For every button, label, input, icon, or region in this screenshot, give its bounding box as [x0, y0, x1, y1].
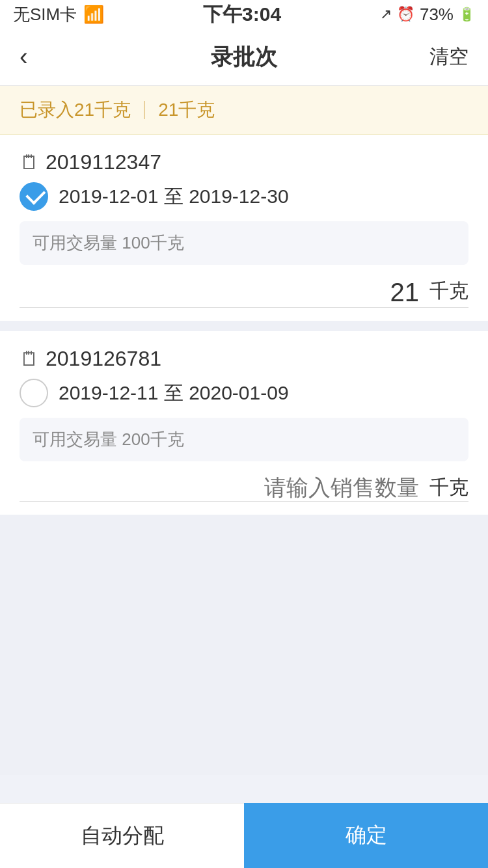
status-bar: 无SIM卡 📶 下午3:04 ↗ ⏰ 73% 🔋	[0, 0, 488, 29]
batch-icon-1: 🗒	[20, 152, 39, 174]
battery-label: 73%	[420, 5, 454, 25]
batch-icon-2: 🗒	[20, 348, 39, 370]
auto-distribute-button[interactable]: 自动分配	[0, 803, 244, 868]
batch2-unit: 千克	[429, 474, 468, 501]
batch2-id: 2019126781	[46, 347, 161, 371]
status-left: 无SIM卡 📶	[13, 3, 104, 26]
info-banner: 已录入21千克 21千克	[0, 86, 488, 135]
location-icon: ↗	[380, 6, 392, 23]
page-title: 录批次	[211, 42, 277, 72]
wifi-icon: 📶	[83, 5, 104, 25]
recorded-label: 已录入21千克	[20, 98, 131, 122]
batch2-quantity-input[interactable]	[224, 475, 419, 500]
batch-item-2: 🗒 2019126781 2019-12-11 至 2020-01-09 可用交…	[0, 331, 488, 515]
batch1-radio[interactable]	[20, 182, 48, 211]
bottom-bar: 自动分配 确定	[0, 803, 488, 868]
batch2-date-row[interactable]: 2019-12-11 至 2020-01-09	[20, 379, 468, 407]
clear-button[interactable]: 清空	[429, 44, 468, 70]
carrier-label: 无SIM卡	[13, 3, 77, 26]
status-right: ↗ ⏰ 73% 🔋	[380, 5, 475, 25]
batch2-id-row: 🗒 2019126781	[20, 347, 468, 371]
batch-item-1: 🗒 2019112347 2019-12-01 至 2019-12-30 可用交…	[0, 135, 488, 321]
section-divider	[0, 321, 488, 331]
recorded-value: 21千克	[158, 98, 215, 122]
batch2-radio[interactable]	[20, 379, 48, 407]
batch1-quantity-value: 21	[390, 278, 420, 307]
batch2-available: 可用交易量 200千克	[20, 418, 468, 461]
batch1-available: 可用交易量 100千克	[20, 221, 468, 265]
alarm-icon: ⏰	[397, 6, 414, 23]
nav-bar: ‹ 录批次 清空	[0, 29, 488, 86]
gray-area	[0, 515, 488, 775]
batch1-date: 2019-12-01 至 2019-12-30	[59, 183, 289, 210]
battery-icon: 🔋	[459, 7, 475, 22]
batch1-quantity-unit: 千克	[429, 278, 468, 307]
confirm-button[interactable]: 确定	[244, 803, 488, 868]
back-button[interactable]: ‹	[20, 43, 59, 71]
batch2-underline	[20, 501, 468, 515]
batch1-date-row[interactable]: 2019-12-01 至 2019-12-30	[20, 182, 468, 211]
info-divider	[144, 101, 145, 119]
batch1-quantity-row: 21 千克	[0, 265, 488, 307]
status-time: 下午3:04	[203, 1, 281, 28]
batch1-underline	[20, 307, 468, 321]
batch1-id: 2019112347	[46, 150, 161, 174]
batch2-input-row: 千克	[0, 461, 488, 501]
batch1-id-row: 🗒 2019112347	[20, 150, 468, 174]
batch2-date: 2019-12-11 至 2020-01-09	[59, 380, 289, 407]
